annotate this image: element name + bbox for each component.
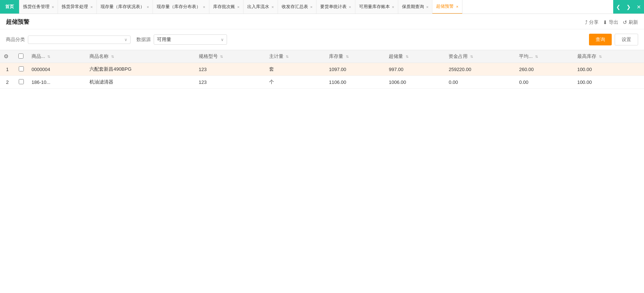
tab-4[interactable]: 现存量（库存分布表） × (153, 0, 209, 14)
tab-10[interactable]: 保质期查询 × (398, 0, 432, 14)
settings-button[interactable]: 设置 (615, 34, 638, 45)
category-chevron-down-icon: ∨ (124, 37, 127, 42)
row-avg-0: 260.00 (515, 63, 573, 76)
datasource-filter-item: 数据源 可用量 ∨ (136, 34, 227, 45)
tab-7[interactable]: 收发存汇总表 × (278, 0, 316, 14)
col-maxstock-header[interactable]: 最高库存 ⇅ (574, 50, 644, 63)
tab-1-close[interactable]: × (52, 5, 54, 9)
tab-4-close[interactable]: × (203, 5, 205, 9)
tab-home[interactable]: 首页 (0, 0, 19, 14)
tab-8-label: 要货单统计表 (320, 4, 347, 10)
row-overflow-0: 997.00 (385, 63, 445, 76)
tab-10-close[interactable]: × (426, 5, 428, 9)
datasource-chevron-down-icon: ∨ (221, 37, 224, 42)
tab-7-label: 收发存汇总表 (282, 4, 308, 10)
tab-3-close[interactable]: × (147, 5, 149, 9)
nav-close-button[interactable]: ✕ (634, 0, 644, 14)
table-row: 1 0000004 六配套新昌490BPG 123 套 1097.00 997.… (0, 63, 644, 76)
export-button[interactable]: ⬇ 导出 (603, 19, 618, 26)
export-label: 导出 (609, 19, 618, 26)
row-stock-1: 1106.00 (325, 76, 385, 89)
tab-6[interactable]: 出入库流水 × (244, 0, 278, 14)
col-settings[interactable]: ⚙ (0, 50, 15, 63)
row-maxstock-0: 100.00 (574, 63, 644, 76)
tab-11-label: 超储预警 (436, 3, 454, 10)
col-unit-header[interactable]: 主计量 ⇅ (266, 50, 325, 63)
query-button[interactable]: 查询 (589, 34, 612, 45)
data-table: ⚙ 商品... ⇅ 商品名称 ⇅ 规格型号 ⇅ (0, 50, 644, 89)
tab-8[interactable]: 要货单统计表 × (316, 0, 355, 14)
tab-6-close[interactable]: × (271, 5, 274, 9)
refresh-button[interactable]: ↺ 刷新 (623, 19, 638, 26)
row-num-0: 1 (0, 63, 15, 76)
row-unit-0: 套 (266, 63, 325, 76)
nav-prev-button[interactable]: ❮ (613, 0, 623, 14)
tab-9-label: 可用量库存账本 (359, 4, 390, 10)
table-container: ⚙ 商品... ⇅ 商品名称 ⇅ 规格型号 ⇅ (0, 50, 644, 89)
tab-1[interactable]: 拣货任务管理 × (19, 0, 58, 14)
row-checkbox-cell-1[interactable] (15, 76, 28, 89)
row-num-1: 2 (0, 76, 15, 89)
tab-7-close[interactable]: × (310, 5, 312, 9)
sort-unit-icon: ⇅ (286, 55, 289, 59)
tab-5-close[interactable]: × (237, 5, 239, 9)
row-product-name-0: 六配套新昌490BPG (86, 63, 195, 76)
sort-capital-icon: ⇅ (470, 55, 473, 59)
refresh-icon: ↺ (623, 19, 627, 25)
table-header-row: ⚙ 商品... ⇅ 商品名称 ⇅ 规格型号 ⇅ (0, 50, 644, 63)
table-gear-icon[interactable]: ⚙ (4, 53, 8, 59)
share-button[interactable]: ⤴ 分享 (585, 19, 599, 26)
sort-product-code-icon: ⇅ (47, 55, 50, 59)
row-checkbox-1[interactable] (19, 79, 24, 84)
sort-maxstock-icon: ⇅ (599, 55, 602, 59)
datasource-select-value: 可用量 (157, 36, 171, 43)
col-stock-header[interactable]: 库存量 ⇅ (325, 50, 385, 63)
tab-9[interactable]: 可用量库存账本 × (355, 0, 398, 14)
tab-2[interactable]: 拣货异常处理 × (58, 0, 96, 14)
tab-2-close[interactable]: × (90, 5, 92, 9)
nav-next-button[interactable]: ❯ (623, 0, 634, 14)
tab-5-label: 库存批次账 (213, 4, 235, 10)
tab-home-label: 首页 (5, 4, 14, 10)
col-product-code-header[interactable]: 商品... ⇅ (28, 50, 86, 63)
select-all-checkbox[interactable] (18, 53, 23, 59)
filter-bar: 商品分类 ∨ 数据源 可用量 ∨ 查询 设置 (0, 29, 644, 50)
row-checkbox-cell-0[interactable] (15, 63, 28, 76)
topbar: 首页 拣货任务管理 × 拣货异常处理 × 现存量（库存状况表） × 现存量（库存… (0, 0, 644, 14)
datasource-filter-label: 数据源 (136, 36, 151, 43)
tab-2-label: 拣货异常处理 (62, 4, 88, 10)
tab-9-close[interactable]: × (392, 5, 394, 9)
row-product-code-0: 0000004 (28, 63, 86, 76)
row-avg-1: 0.00 (515, 76, 573, 89)
col-product-name-header[interactable]: 商品名称 ⇅ (86, 50, 195, 63)
tab-5[interactable]: 库存批次账 × (209, 0, 244, 14)
col-avg-header[interactable]: 平均... ⇅ (515, 50, 573, 63)
share-icon: ⤴ (585, 19, 588, 25)
col-spec-header[interactable]: 规格型号 ⇅ (195, 50, 266, 63)
table-row: 2 186-10... 机油滤清器 123 个 1106.00 1006.00 … (0, 76, 644, 89)
sort-overflow-icon: ⇅ (406, 55, 409, 59)
nav-arrows: ❮ ❯ ✕ (613, 0, 644, 14)
col-overflow-header[interactable]: 超储量 ⇅ (385, 50, 445, 63)
tab-11[interactable]: 超储预警 × (432, 0, 462, 14)
datasource-select[interactable]: 可用量 ∨ (154, 34, 227, 45)
col-checkbox-header[interactable] (15, 50, 28, 63)
share-label: 分享 (589, 19, 599, 26)
col-capital-header[interactable]: 资金占用 ⇅ (445, 50, 515, 63)
category-select[interactable]: ∨ (28, 36, 131, 44)
row-maxstock-1: 100.00 (574, 76, 644, 89)
row-spec-1: 123 (195, 76, 266, 89)
tab-4-label: 现存量（库存分布表） (157, 4, 201, 10)
tab-3[interactable]: 现存量（库存状况表） × (97, 0, 153, 14)
sort-product-name-icon: ⇅ (111, 55, 114, 59)
tab-11-close[interactable]: × (456, 4, 458, 9)
tab-10-label: 保质期查询 (402, 4, 424, 10)
sort-stock-icon: ⇅ (346, 55, 349, 59)
row-capital-1: 0.00 (445, 76, 515, 89)
sort-avg-icon: ⇅ (535, 55, 538, 59)
row-checkbox-0[interactable] (19, 66, 24, 71)
filter-actions: 查询 设置 (589, 34, 638, 45)
tab-8-close[interactable]: × (349, 5, 351, 9)
page-title: 超储预警 (6, 18, 29, 26)
row-unit-1: 个 (266, 76, 325, 89)
